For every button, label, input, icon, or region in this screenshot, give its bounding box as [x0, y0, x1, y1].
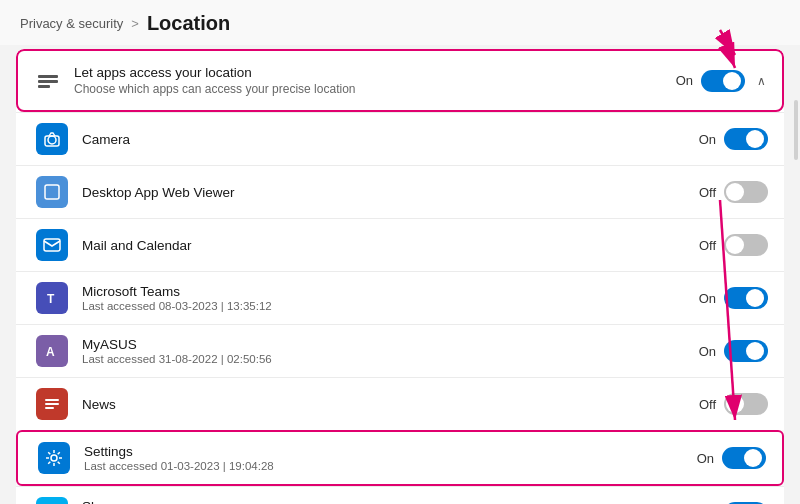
location-access-controls: On ∧ — [676, 70, 766, 92]
location-access-toggle[interactable] — [701, 70, 745, 92]
app-status: On — [699, 344, 716, 359]
location-access-title: Let apps access your location — [74, 65, 676, 80]
app-status: On — [699, 132, 716, 147]
svg-rect-5 — [45, 185, 59, 199]
app-icon: S — [36, 497, 68, 504]
app-row[interactable]: NewsOff — [16, 377, 784, 430]
app-toggle[interactable] — [724, 393, 768, 415]
content-area: Let apps access your location Choose whi… — [0, 45, 800, 504]
app-icon: T — [36, 282, 68, 314]
app-status: On — [697, 451, 714, 466]
app-info: Desktop App Web Viewer — [82, 185, 699, 200]
app-row[interactable]: AMyASUSLast accessed 31-08-2022 | 02:50:… — [16, 324, 784, 377]
app-name: Camera — [82, 132, 699, 147]
app-controls: On — [697, 447, 766, 469]
svg-text:T: T — [47, 292, 55, 306]
app-status: Off — [699, 185, 716, 200]
app-info: MyASUSLast accessed 31-08-2022 | 02:50:5… — [82, 337, 699, 365]
svg-point-12 — [51, 455, 57, 461]
app-last-access: Last accessed 31-08-2022 | 02:50:56 — [82, 353, 699, 365]
app-controls: On — [699, 287, 768, 309]
app-info: SkypeLast accessed 11-03-2023 | 17:33:30 — [82, 499, 699, 504]
svg-rect-2 — [38, 85, 50, 88]
scroll-indicator[interactable] — [794, 100, 798, 160]
app-row[interactable]: Desktop App Web ViewerOff — [16, 165, 784, 218]
svg-text:A: A — [46, 345, 55, 359]
app-icon — [36, 388, 68, 420]
svg-rect-11 — [45, 407, 54, 409]
app-toggle[interactable] — [724, 287, 768, 309]
location-section-icon — [34, 67, 62, 95]
app-name: Microsoft Teams — [82, 284, 699, 299]
app-toggle[interactable] — [724, 340, 768, 362]
app-row[interactable]: SSkypeLast accessed 11-03-2023 | 17:33:3… — [16, 486, 784, 504]
app-name: Skype — [82, 499, 699, 504]
app-toggle[interactable] — [724, 128, 768, 150]
app-icon — [36, 176, 68, 208]
apps-list: CameraOnDesktop App Web ViewerOffMail an… — [16, 112, 784, 504]
svg-rect-9 — [45, 399, 59, 401]
app-info: Microsoft TeamsLast accessed 08-03-2023 … — [82, 284, 699, 312]
app-name: Mail and Calendar — [82, 238, 699, 253]
app-icon: A — [36, 335, 68, 367]
svg-rect-0 — [38, 75, 58, 78]
app-name: Settings — [84, 444, 697, 459]
location-access-section: Let apps access your location Choose whi… — [16, 49, 784, 504]
app-info: SettingsLast accessed 01-03-2023 | 19:04… — [84, 444, 697, 472]
svg-point-3 — [48, 136, 56, 144]
app-icon — [36, 229, 68, 261]
location-access-chevron[interactable]: ∧ — [757, 74, 766, 88]
app-icon — [38, 442, 70, 474]
location-access-header[interactable]: Let apps access your location Choose whi… — [16, 49, 784, 112]
app-controls: On — [699, 128, 768, 150]
app-row[interactable]: Mail and CalendarOff — [16, 218, 784, 271]
breadcrumb: Privacy & security > Location — [0, 0, 800, 45]
app-toggle[interactable] — [724, 234, 768, 256]
app-info: Camera — [82, 132, 699, 147]
app-name: MyASUS — [82, 337, 699, 352]
app-controls: Off — [699, 181, 768, 203]
svg-rect-10 — [45, 403, 59, 405]
app-last-access: Last accessed 08-03-2023 | 13:35:12 — [82, 300, 699, 312]
app-row[interactable]: TMicrosoft TeamsLast accessed 08-03-2023… — [16, 271, 784, 324]
app-name: Desktop App Web Viewer — [82, 185, 699, 200]
location-access-subtitle: Choose which apps can access your precis… — [74, 82, 676, 96]
breadcrumb-separator: > — [131, 16, 139, 31]
app-icon — [36, 123, 68, 155]
app-status: On — [699, 291, 716, 306]
app-controls: Off — [699, 234, 768, 256]
svg-rect-1 — [38, 80, 58, 83]
app-row[interactable]: CameraOn — [16, 112, 784, 165]
svg-rect-6 — [44, 239, 60, 251]
page-title: Location — [147, 12, 230, 35]
app-status: Off — [699, 397, 716, 412]
app-row[interactable]: SettingsLast accessed 01-03-2023 | 19:04… — [16, 430, 784, 486]
app-name: News — [82, 397, 699, 412]
location-access-text: Let apps access your location Choose whi… — [74, 65, 676, 96]
breadcrumb-parent[interactable]: Privacy & security — [20, 16, 123, 31]
app-controls: On — [699, 340, 768, 362]
app-toggle[interactable] — [722, 447, 766, 469]
app-info: News — [82, 397, 699, 412]
app-last-access: Last accessed 01-03-2023 | 19:04:28 — [84, 460, 697, 472]
app-controls: Off — [699, 393, 768, 415]
app-status: Off — [699, 238, 716, 253]
location-access-status: On — [676, 73, 693, 88]
app-info: Mail and Calendar — [82, 238, 699, 253]
app-toggle[interactable] — [724, 181, 768, 203]
